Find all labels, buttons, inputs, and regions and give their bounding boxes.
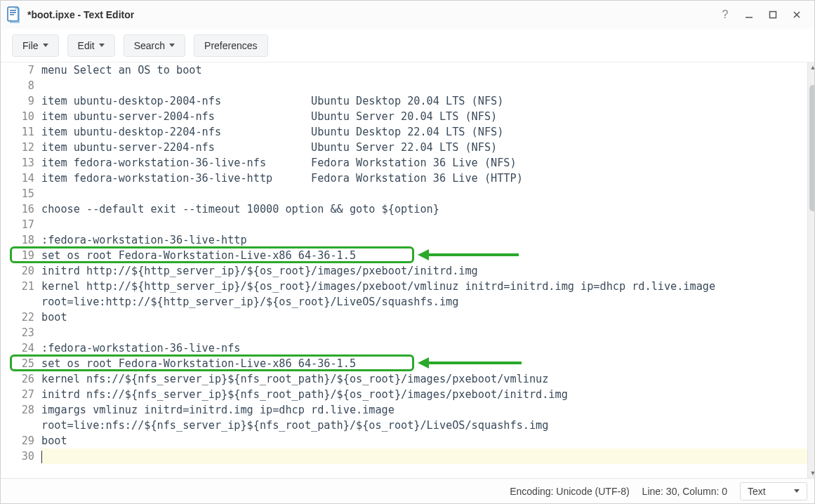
code-line[interactable]: 21kernel http://${http_server_ip}/${os_r…: [1, 279, 807, 310]
code-text[interactable]: initrd http://${http_server_ip}/${os_roo…: [41, 263, 807, 279]
line-number: 12: [1, 140, 41, 155]
svg-rect-4: [746, 17, 753, 18]
title-bar: *boot.ipxe - Text Editor ?: [1, 1, 814, 29]
chevron-down-icon: [99, 44, 105, 47]
app-window: *boot.ipxe - Text Editor ? File Edit Sea…: [0, 0, 815, 504]
line-number: 14: [1, 171, 41, 186]
line-number: 8: [1, 78, 41, 93]
scroll-up-icon[interactable]: ▲: [808, 62, 814, 72]
code-line[interactable]: 14item fedora-workstation-36-live-http F…: [1, 171, 807, 186]
line-number: 10: [1, 109, 41, 124]
editor-area: 7menu Select an OS to boot89item ubuntu-…: [1, 62, 814, 478]
status-encoding: Encoding: Unicode (UTF-8): [510, 486, 629, 497]
line-number: 15: [1, 186, 41, 201]
code-text[interactable]: item ubuntu-server-2004-nfs Ubuntu Serve…: [41, 109, 807, 124]
code-text[interactable]: item ubuntu-desktop-2204-nfs Ubuntu Desk…: [41, 124, 807, 140]
code-text[interactable]: kernel nfs://${nfs_server_ip}${nfs_root_…: [41, 371, 807, 387]
file-menu[interactable]: File: [12, 34, 59, 57]
code-text[interactable]: choose --default exit --timeout 10000 op…: [41, 201, 807, 217]
code-text[interactable]: item ubuntu-server-2204-nfs Ubuntu Serve…: [41, 140, 807, 155]
code-text[interactable]: :fedora-workstation-36-live-http: [41, 232, 807, 248]
line-number: 17: [1, 217, 41, 232]
line-number: 23: [1, 325, 41, 340]
line-number: 16: [1, 201, 41, 217]
line-number: 28: [1, 402, 41, 418]
code-text[interactable]: kernel http://${http_server_ip}/${os_roo…: [41, 279, 807, 310]
code-text[interactable]: [41, 449, 807, 464]
line-number: 9: [1, 93, 41, 109]
code-text[interactable]: imgargs vmlinuz initrd=initrd.img ip=dhc…: [41, 402, 807, 433]
language-label: Text: [748, 486, 766, 497]
line-number: 13: [1, 155, 41, 171]
code-line[interactable]: 8: [1, 78, 807, 93]
help-button[interactable]: ?: [713, 5, 737, 25]
line-number: 26: [1, 371, 41, 387]
code-line[interactable]: 23: [1, 325, 807, 340]
code-line[interactable]: 28imgargs vmlinuz initrd=initrd.img ip=d…: [1, 402, 807, 433]
code-line[interactable]: 26kernel nfs://${nfs_server_ip}${nfs_roo…: [1, 371, 807, 387]
line-number: 25: [1, 356, 41, 371]
line-number: 22: [1, 310, 41, 325]
code-text[interactable]: item fedora-workstation-36-live-nfs Fedo…: [41, 155, 807, 171]
search-menu[interactable]: Search: [124, 34, 185, 57]
code-line[interactable]: 18:fedora-workstation-36-live-http: [1, 232, 807, 248]
code-text[interactable]: menu Select an OS to boot: [41, 62, 807, 78]
text-cursor: [41, 451, 42, 463]
code-line[interactable]: 30: [1, 449, 807, 464]
code-text[interactable]: boot: [41, 433, 807, 449]
window-title: *boot.ipxe - Text Editor: [27, 9, 134, 20]
code-line[interactable]: 20initrd http://${http_server_ip}/${os_r…: [1, 263, 807, 279]
line-number: 24: [1, 340, 41, 356]
toolbar: File Edit Search Preferences: [1, 29, 814, 62]
maximize-button[interactable]: [761, 5, 785, 25]
code-text[interactable]: set os_root Fedora-Workstation-Live-x86_…: [41, 356, 807, 371]
code-line[interactable]: 13item fedora-workstation-36-live-nfs Fe…: [1, 155, 807, 171]
chevron-down-icon: [169, 44, 175, 47]
code-text[interactable]: set os_root Fedora-Workstation-Live-x86_…: [41, 248, 807, 263]
code-line[interactable]: 16choose --default exit --timeout 10000 …: [1, 201, 807, 217]
code-line[interactable]: 19set os_root Fedora-Workstation-Live-x8…: [1, 248, 807, 263]
line-number: 29: [1, 433, 41, 449]
svg-rect-5: [770, 12, 776, 18]
edit-menu[interactable]: Edit: [67, 34, 115, 57]
svg-rect-3: [10, 14, 14, 15]
line-number: 30: [1, 449, 41, 464]
line-number: 27: [1, 387, 41, 402]
preferences-button[interactable]: Preferences: [194, 34, 267, 57]
vertical-scrollbar[interactable]: ▲ ▼: [807, 62, 814, 478]
code-line[interactable]: 22boot: [1, 310, 807, 325]
code-line[interactable]: 11item ubuntu-desktop-2204-nfs Ubuntu De…: [1, 124, 807, 140]
code-line[interactable]: 7menu Select an OS to boot: [1, 62, 807, 78]
code-line[interactable]: 29boot: [1, 433, 807, 449]
line-number: 19: [1, 248, 41, 263]
text-editor[interactable]: 7menu Select an OS to boot89item ubuntu-…: [1, 62, 807, 478]
minimize-button[interactable]: [737, 5, 761, 25]
line-number: 7: [1, 62, 41, 78]
code-line[interactable]: 24:fedora-workstation-36-live-nfs: [1, 340, 807, 356]
chevron-down-icon: [794, 489, 800, 493]
code-line[interactable]: 27initrd nfs://${nfs_server_ip}${nfs_roo…: [1, 387, 807, 402]
status-bar: Encoding: Unicode (UTF-8) Line: 30, Colu…: [1, 478, 814, 503]
language-selector[interactable]: Text: [740, 482, 807, 500]
chevron-down-icon: [43, 44, 48, 47]
close-button[interactable]: [785, 5, 809, 25]
app-icon: [6, 6, 22, 24]
line-number: 21: [1, 279, 41, 294]
code-line[interactable]: 12item ubuntu-server-2204-nfs Ubuntu Ser…: [1, 140, 807, 155]
svg-rect-2: [10, 12, 16, 13]
code-line[interactable]: 9item ubuntu-desktop-2004-nfs Ubuntu Des…: [1, 93, 807, 109]
code-line[interactable]: 15: [1, 186, 807, 201]
code-line[interactable]: 25set os_root Fedora-Workstation-Live-x8…: [1, 356, 807, 371]
line-number: 20: [1, 263, 41, 279]
code-text[interactable]: boot: [41, 310, 807, 325]
svg-rect-1: [10, 10, 16, 11]
scroll-thumb[interactable]: [809, 85, 814, 211]
scroll-down-icon[interactable]: ▼: [808, 468, 814, 478]
code-text[interactable]: item ubuntu-desktop-2004-nfs Ubuntu Desk…: [41, 93, 807, 109]
code-text[interactable]: initrd nfs://${nfs_server_ip}${nfs_root_…: [41, 387, 807, 402]
code-line[interactable]: 10item ubuntu-server-2004-nfs Ubuntu Ser…: [1, 109, 807, 124]
status-position: Line: 30, Column: 0: [642, 486, 727, 497]
code-line[interactable]: 17: [1, 217, 807, 232]
code-text[interactable]: item fedora-workstation-36-live-http Fed…: [41, 171, 807, 186]
code-text[interactable]: :fedora-workstation-36-live-nfs: [41, 340, 807, 356]
